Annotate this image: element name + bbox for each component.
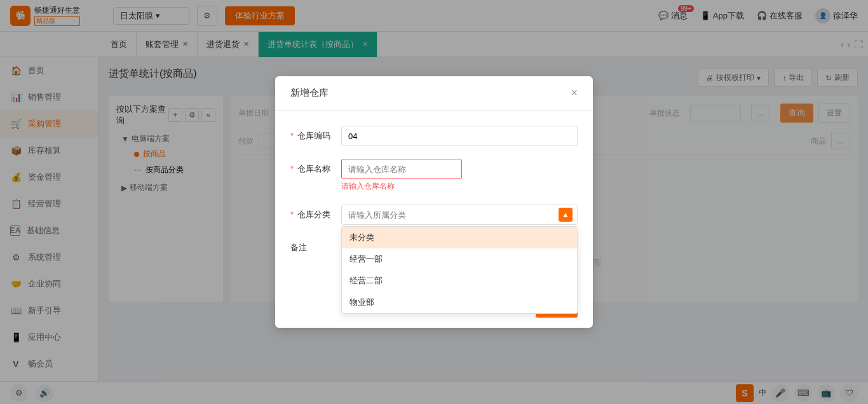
category-dropdown: 未分类 经营一部 经营二部 物业部 [341, 226, 578, 314]
code-label: * 仓库编码 [290, 126, 341, 142]
category-toggle-btn[interactable]: ▲ [559, 208, 573, 222]
code-field-group: * 仓库编码 [290, 126, 578, 146]
dropdown-item-3[interactable]: 物业部 [342, 292, 577, 313]
name-field-group: * 仓库名称 请输入仓库名称 [290, 159, 578, 192]
code-input[interactable] [341, 126, 578, 146]
dialog-close-btn[interactable]: × [571, 86, 578, 100]
category-input[interactable] [341, 205, 578, 225]
dialog-title: 新增仓库 [290, 87, 329, 99]
name-error-msg: 请输入仓库名称 [341, 181, 578, 192]
category-field-wrap: ▲ 未分类 经营一部 经营二部 物业部 [341, 205, 578, 225]
modal-overlay: 新增仓库 × * 仓库编码 * 仓库名称 请输入仓库名称 [0, 0, 868, 404]
dropdown-item-2[interactable]: 经营二部 [342, 270, 577, 292]
dialog-new-warehouse: 新增仓库 × * 仓库编码 * 仓库名称 请输入仓库名称 [275, 76, 593, 328]
dropdown-item-0[interactable]: 未分类 [342, 227, 577, 248]
remark-label: 备注 [290, 238, 341, 253]
dialog-header: 新增仓库 × [275, 76, 593, 111]
name-label: * 仓库名称 [290, 159, 341, 175]
category-label: * 仓库分类 [290, 205, 341, 220]
category-field-group: * 仓库分类 ▲ 未分类 经营一部 经营二部 物业部 [290, 205, 578, 225]
name-field-wrap: 请输入仓库名称 [341, 159, 578, 192]
name-input[interactable] [341, 159, 462, 179]
dialog-body: * 仓库编码 * 仓库名称 请输入仓库名称 * [275, 111, 593, 276]
dropdown-item-1[interactable]: 经营一部 [342, 248, 577, 270]
